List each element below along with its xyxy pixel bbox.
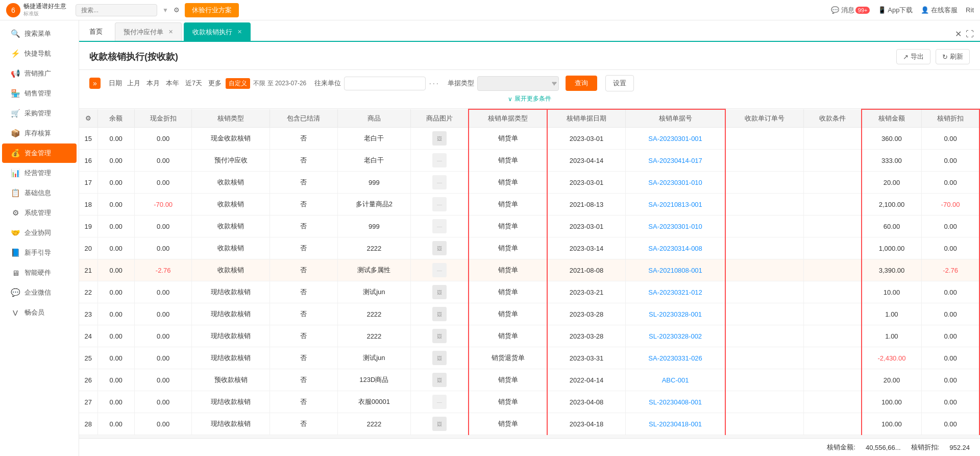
date-custom[interactable]: 自定义 [226, 78, 250, 89]
cell-goods-img: 🖼 [411, 347, 469, 369]
cell-bill-type: 销货单 [469, 150, 547, 172]
bill-no-link[interactable]: SA-20230301-001 [648, 135, 702, 142]
goods-image: 🖼 [432, 307, 447, 321]
bill-no-link[interactable]: SA-20230301-010 [648, 223, 702, 230]
sidebar-item-base[interactable]: 📋基础信息 [2, 183, 77, 203]
cell-bill-no: ABC-001 [625, 369, 725, 391]
cell-balance: 0.00 [97, 194, 134, 215]
bill-no-link[interactable]: SA-20230414-017 [648, 157, 702, 164]
bill-no-link[interactable]: SA-20230301-010 [648, 179, 702, 186]
cell-bill-type: 销货退货单 [469, 347, 547, 369]
sidebar-item-search[interactable]: 🔍搜索菜单 [2, 24, 77, 43]
cell-balance: 0.00 [97, 413, 134, 435]
cell-receipt-order [725, 391, 803, 413]
sidebar-item-wechat[interactable]: 💬企业微信 [2, 283, 77, 302]
table-row: 16 0.00 0.00 预付冲应收 否 老白干 — 销货单 2023-04-1… [79, 150, 979, 172]
cell-receipt-order [725, 172, 803, 194]
date-this-month[interactable]: 本月 [144, 78, 162, 89]
tab-prepay[interactable]: 预付冲应付单 ✕ [115, 22, 182, 41]
bill-no-link[interactable]: SL-20230418-001 [649, 420, 702, 428]
export-button[interactable]: ↗ 导出 [896, 49, 930, 64]
cell-verify-amount: 3,390.00 [862, 259, 922, 281]
cell-cash-discount: 0.00 [134, 369, 192, 391]
tab-home[interactable]: 首页 [79, 22, 113, 41]
sidebar-item-guide[interactable]: 📘新手引导 [2, 243, 77, 262]
cell-bill-type: 销货单 [469, 237, 547, 259]
cell-bill-no: SL-20230408-001 [625, 391, 725, 413]
verify-amount-total-label: 核销金额: [827, 443, 855, 452]
tab-prepay-close[interactable]: ✕ [168, 29, 173, 35]
bill-no-link[interactable]: SA-20230314-008 [648, 245, 702, 252]
filter-expand-button[interactable]: » [89, 78, 101, 89]
app-download-btn[interactable]: 📱 App下载 [878, 6, 913, 15]
online-service-btn[interactable]: 👤 在线客服 [921, 6, 958, 15]
sidebar-item-member[interactable]: V畅会员 [2, 303, 77, 322]
dropdown-icon[interactable]: ▼ [162, 7, 168, 14]
table-row: 22 0.00 0.00 现结收款核销 否 测试jun 🖼 销货单 2023-0… [79, 281, 979, 303]
cell-verify-type: 现结收款核销 [192, 347, 270, 369]
expand-more-conditions[interactable]: ∨ 展开更多条件 [89, 94, 970, 103]
bill-no-link[interactable]: SA-20210813-001 [648, 201, 702, 208]
page-header: 收款核销执行(按收款) ↗ 导出 ↻ 刷新 [79, 42, 980, 70]
expand-more-label: 展开更多条件 [514, 94, 551, 103]
top-search-input[interactable] [76, 4, 157, 16]
sidebar-item-inventory[interactable]: 📦库存核算 [2, 124, 77, 143]
sidebar-item-operations[interactable]: 📊经营管理 [2, 163, 77, 183]
cell-verify-type: 收款核销 [192, 172, 270, 194]
bill-no-link[interactable]: SL-20230328-002 [649, 332, 702, 340]
sidebar-label-search: 搜索菜单 [24, 29, 51, 38]
cell-balance: 0.00 [97, 281, 134, 303]
cell-bill-no: SA-20230301-010 [625, 215, 725, 237]
sidebar-label-quick-nav: 快捷导航 [24, 49, 51, 58]
cell-goods-img: — [411, 194, 469, 215]
cell-receipt-condition [804, 303, 862, 325]
col-settings-header[interactable]: ⚙ [79, 109, 97, 128]
counterpart-dots[interactable]: ··· [429, 78, 439, 89]
cell-bill-date: 2021-08-08 [547, 259, 625, 281]
cell-verify-amount: 1.00 [862, 303, 922, 325]
bill-no-link[interactable]: SA-20230331-026 [648, 354, 702, 362]
date-this-year[interactable]: 本年 [164, 78, 181, 89]
cell-bill-no: SA-20210808-001 [625, 259, 725, 281]
sidebar-icon-wechat: 💬 [10, 288, 20, 297]
cell-included-clear: 否 [270, 215, 338, 237]
cell-included-clear: 否 [270, 391, 338, 413]
query-button[interactable]: 查询 [566, 76, 597, 91]
bill-no-link[interactable]: SL-20230328-001 [649, 310, 702, 318]
bill-no-link[interactable]: SL-20230408-001 [649, 398, 702, 406]
bill-no-link[interactable]: SA-20210808-001 [648, 267, 702, 274]
bill-no-link[interactable]: ABC-001 [662, 376, 689, 384]
date-prev-month[interactable]: 上月 [125, 78, 142, 89]
cell-cash-discount: 0.00 [134, 325, 192, 347]
tab-expand-icon[interactable]: ⛶ [966, 30, 974, 39]
sidebar-item-enterprise[interactable]: 🤝企业协同 [2, 223, 77, 243]
bill-no-link[interactable]: SA-20230321-012 [648, 289, 702, 296]
tab-close-all-icon[interactable]: ✕ [955, 29, 962, 39]
cell-num: 28 [79, 413, 97, 435]
tab-receipt-verify-close[interactable]: ✕ [237, 29, 242, 35]
settings-icon[interactable]: ⚙ [174, 6, 180, 14]
cell-num: 16 [79, 150, 97, 172]
settings-button[interactable]: 设置 [605, 75, 634, 91]
cell-bill-date: 2023-04-08 [547, 391, 625, 413]
counterpart-input[interactable] [344, 77, 426, 90]
table-row: 21 0.00 -2.76 收款核销 否 测试多属性 — 销货单 2021-08… [79, 259, 979, 281]
sidebar-item-system[interactable]: ⚙系统管理 [2, 203, 77, 223]
sidebar-item-quick-nav[interactable]: ⚡快捷导航 [2, 44, 77, 63]
industry-btn[interactable]: 休验行业方案 [185, 3, 239, 17]
refresh-button[interactable]: ↻ 刷新 [936, 49, 970, 64]
sidebar-item-marketing[interactable]: 📢营销推广 [2, 64, 77, 83]
sidebar-item-hardware[interactable]: 🖥智能硬件 [2, 263, 77, 282]
date-range: 不限 至 2023-07-26 [253, 79, 306, 88]
message-btn[interactable]: 💬 消息99+ [831, 6, 870, 15]
date-7days[interactable]: 近7天 [183, 78, 204, 89]
bill-type-select[interactable] [477, 76, 559, 91]
tab-receipt-verify[interactable]: 收款核销执行 ✕ [184, 22, 251, 41]
cell-verify-type: 预付冲应收 [192, 150, 270, 172]
sidebar-item-finance[interactable]: 💰资金管理 [2, 143, 77, 163]
app-tag: 标准版 [23, 10, 66, 17]
date-more[interactable]: 更多 [206, 78, 224, 89]
sidebar-item-purchase[interactable]: 🛒采购管理 [2, 104, 77, 123]
sidebar-item-sales[interactable]: 🏪销售管理 [2, 84, 77, 103]
col-receipt-order-header: 收款单订单号 [725, 109, 803, 128]
